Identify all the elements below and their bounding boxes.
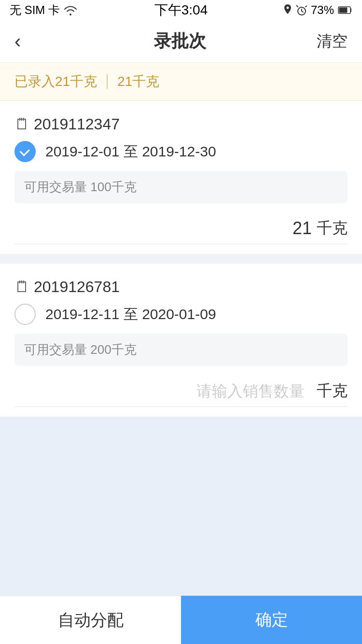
batch-1-header: 🗒 2019112347 [14,115,348,133]
batch-1-available: 可用交易量 100千克 [14,171,348,203]
bottom-bar: 自动分配 确定 [0,596,362,644]
nav-bar: ‹ 录批次 清空 [0,20,362,63]
svg-rect-2 [339,8,348,13]
card-divider [0,254,362,264]
batch-1-quantity-value: 21 [292,218,312,238]
location-icon [283,4,292,16]
auto-distribute-button[interactable]: 自动分配 [0,596,181,644]
batch-1-quantity-unit: 千克 [317,218,348,239]
batch-2-available: 可用交易量 200千克 [14,334,348,366]
batch-1-date: 2019-12-01 至 2019-12-30 [45,142,216,162]
batch-1-radio[interactable] [14,141,36,162]
clear-button[interactable]: 清空 [317,31,348,52]
batch-2-radio[interactable] [14,304,36,325]
batch-id-icon-1: 🗒 [14,115,30,133]
batch-2-unit: 千克 [317,380,348,402]
page-title: 录批次 [154,29,206,53]
info-banner: 已录入21千克 21千克 [0,63,362,101]
batch-id-icon-2: 🗒 [14,278,30,296]
batch-card-2: 🗒 2019126781 2019-12-11 至 2020-01-09 可用交… [0,264,362,417]
status-bar-time: 下午3:04 [154,1,208,19]
status-bar-right: 73% [283,3,352,17]
recorded-amount: 已录入21千克 [14,72,97,91]
back-button[interactable]: ‹ [14,30,43,52]
alarm-icon [296,4,307,16]
banner-divider [107,74,108,89]
batch-1-quantity-row: 21 千克 [14,213,348,244]
battery-text: 73% [311,3,334,17]
batch-2-quantity-input[interactable] [167,382,312,400]
batch-card-1: 🗒 2019112347 2019-12-01 至 2019-12-30 可用交… [0,101,362,254]
batch-1-date-row: 2019-12-01 至 2019-12-30 [14,141,348,162]
confirm-button[interactable]: 确定 [181,596,362,644]
batch-1-id: 2019112347 [34,115,120,133]
status-bar-left: 无 SIM 卡 [10,2,77,18]
batch-2-input-row: 千克 [14,376,348,407]
total-amount: 21千克 [117,72,159,91]
status-bar: 无 SIM 卡 下午3:04 73% [0,0,362,20]
battery-icon [338,6,352,14]
batch-2-id: 2019126781 [34,278,120,296]
batch-2-date: 2019-12-11 至 2020-01-09 [45,305,216,324]
batch-2-date-row: 2019-12-11 至 2020-01-09 [14,304,348,325]
content-wrapper: 🗒 2019112347 2019-12-01 至 2019-12-30 可用交… [0,101,362,634]
batch-2-header: 🗒 2019126781 [14,278,348,296]
carrier-text: 无 SIM 卡 [10,2,60,18]
wifi-icon [64,5,77,15]
